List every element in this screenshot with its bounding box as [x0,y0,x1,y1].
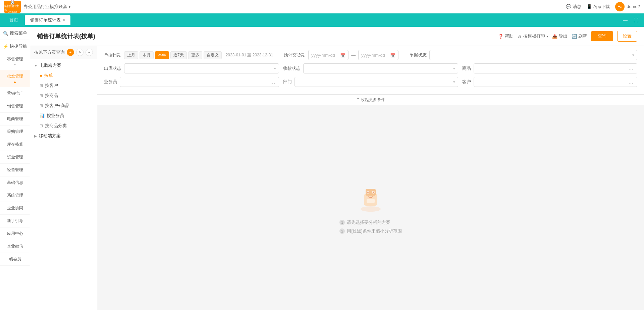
panel-collapse-btn[interactable]: « [86,49,93,56]
status-select[interactable]: ▾ [429,50,637,60]
left-panel: 按以下方案查询 + ✎ « ▼ 电脑端方案 ● [30,46,97,310]
tab-close-icon[interactable]: × [63,18,65,22]
sidebar-basic-label: 基础信息 [7,180,23,186]
tree-item-cg-icon: ⊞ [40,103,43,108]
filter-cell-customer: 客户 … [462,77,637,87]
right-content: 单据日期 上月 本月 本年 近7天 更多 自定义 2023-01-01 至 20… [97,46,644,310]
tree-section: ▼ 电脑端方案 ● 按单 ⊞ 按客户 ⊞ 按商品 [30,59,97,142]
date-buttons: 上月 本月 本年 近7天 更多 自定义 [124,51,222,59]
sidebar-finance-label: 资金管理 [7,154,23,160]
avatar: Ea [615,2,625,11]
sidebar-item-inventory[interactable]: 库存核算 [0,138,30,151]
tree-item-by-customer-goods[interactable]: ⊞ 按客户+商品 [30,101,97,111]
panel-add-btn[interactable]: + [67,49,74,56]
tree-item-customer-label: 按客户 [45,83,58,89]
panel-edit-btn[interactable]: ✎ [76,49,84,56]
date-btn-custom[interactable]: 自定义 [204,51,222,59]
help-btn[interactable]: ❓ 帮助 [498,33,514,39]
export-btn[interactable]: 📤 导出 [552,33,568,39]
sidebar-item-quicknav[interactable]: ⚡ 快捷导航 [0,40,30,53]
tree-item-by-goods[interactable]: ⊞ 按商品 [30,91,97,101]
out-status-select[interactable]: ▾ [124,63,279,73]
sidebar-item-basic[interactable]: 基础信息 [0,176,30,189]
tree-item-by-category[interactable]: ⊟ 按商品分类 [30,121,97,131]
date-btn-lastmonth[interactable]: 上月 [124,51,138,59]
delivery-label: 预计交货期 [284,52,306,58]
print-icon: 🖨 [518,34,522,39]
sidebar-marketing-label: 营销推广 [7,91,23,96]
sidebar-item-operations[interactable]: 经营管理 [0,164,30,176]
content-body: 1 请先选择要分析的方案 2 用[过滤]条件来缩小分析范围 [97,105,644,310]
maximize-btn[interactable]: ⛶ [632,16,640,24]
sidebar-item-wechat[interactable]: 企业微信 [0,240,30,253]
sidebar-item-system[interactable]: 系统管理 [0,189,30,202]
sidebar-item-finance[interactable]: 资金管理 [0,151,30,164]
tab-home-label: 首页 [9,17,18,23]
print-label: 按模板打印 [523,33,545,39]
svg-point-6 [373,192,374,193]
sidebar-item-wholesale[interactable]: 批发管理 ▲ [0,70,30,87]
window-actions: — ⛶ [621,16,640,24]
username-label: demo2 [627,4,640,9]
tree-item-by-customer[interactable]: ⊞ 按客户 [30,81,97,91]
date-btn-thismonth[interactable]: 本月 [140,51,154,59]
tree-item-by-salesman[interactable]: 📊 按业务员 [30,111,97,121]
filter-row2: 出库状态 ▾ 收款状态 ▾ [104,63,637,73]
dept-select[interactable]: ▾ [294,77,458,87]
app-selector[interactable]: 办公用品行业模拟账套 ▾ [23,4,71,10]
sidebar-system-label: 系统管理 [7,193,23,198]
message-btn[interactable]: 💬 消息 [566,4,581,10]
date-btn-more[interactable]: 更多 [188,51,202,59]
download-btn[interactable]: 📱 App下载 [587,4,610,10]
empty-tips: 1 请先选择要分析的方案 2 用[过滤]条件来缩小分析范围 [339,219,401,234]
tree-group-mobile-header[interactable]: ▶ 移动端方案 [30,131,97,141]
sidebar-item-ecommerce[interactable]: 电商管理 [0,113,30,125]
salesman-input[interactable]: … [120,77,279,87]
pay-status-select[interactable]: ▾ [303,63,458,73]
sidebar-member-label: 畅会员 [9,256,21,262]
date-range-display: 2023-01-01 至 2023-12-31 [226,52,273,58]
user-area[interactable]: Ea demo2 [615,2,640,11]
logo: 🐰 畅捷通好生意 标准版 [4,1,21,13]
sidebar-item-member[interactable]: 畅会员 [0,253,30,266]
customer-input[interactable]: … [474,77,637,87]
delivery-from-input[interactable]: yyyy-mm-dd 📅 [308,50,348,60]
tree-item-cg-label: 按客户+商品 [45,103,69,109]
minimize-btn[interactable]: — [621,16,629,24]
collapse-bar[interactable]: ⌃ 收起更多条件 [97,95,644,105]
sidebar-item-purchase[interactable]: 采购管理 [0,125,30,138]
status-label: 单据状态 [409,52,427,58]
set-button[interactable]: 设置 [617,31,637,42]
print-btn[interactable]: 🖨 按模板打印 ▾ [518,33,548,39]
sidebar-item-sales[interactable]: 销售管理 [0,100,30,113]
tree-item-salesman-icon: 📊 [40,113,45,118]
goods-input[interactable]: … [474,63,637,73]
sidebar-item-enterprise[interactable]: 企业协同 [0,202,30,215]
tab-sales-stats[interactable]: 销售订单统计表 × [25,15,70,25]
sidebar-purchase-label: 采购管理 [7,129,23,135]
tree-group-pc-header[interactable]: ▼ 电脑端方案 [30,60,97,70]
delivery-to-input[interactable]: yyyy-mm-dd 📅 [358,50,398,60]
left-panel-header: 按以下方案查询 + ✎ « [30,46,97,59]
svg-rect-7 [367,199,375,203]
query-button[interactable]: 查询 [591,31,613,41]
sidebar-item-search[interactable]: 🔍 搜索菜单 [0,27,30,40]
sidebar-item-newuser[interactable]: 新手引导 [0,215,30,227]
filter-row-date: 单据日期 上月 本月 本年 近7天 更多 自定义 2023-01-01 至 20… [104,50,637,60]
sidebar-item-marketing[interactable]: 营销推广 [0,87,30,100]
sidebar: 🔍 搜索菜单 ⚡ 快捷导航 零售管理 ▼ 批发管理 ▲ 营销推广 销售管理 电商… [0,27,30,310]
collapse-icon: ⌃ [356,97,360,103]
sidebar-item-appcenter[interactable]: 应用中心 [0,227,30,240]
date-btn-7days[interactable]: 近7天 [170,51,187,59]
date-btn-thisyear[interactable]: 本年 [155,51,169,59]
tree-item-by-order[interactable]: ● 按单 [30,70,97,81]
message-label: 消息 [573,4,581,10]
refresh-btn[interactable]: 🔄 刷新 [572,33,587,39]
collapse-text: 收起更多条件 [361,97,385,103]
goods-more-icon: … [628,65,634,71]
sidebar-wechat-label: 企业微信 [7,244,23,249]
tab-home[interactable]: 首页 [4,15,23,25]
chevron-down-icon: ▾ [68,4,71,9]
tree-group-mobile: ▶ 移动端方案 [30,131,97,141]
sidebar-item-retail[interactable]: 零售管理 ▼ [0,53,30,70]
